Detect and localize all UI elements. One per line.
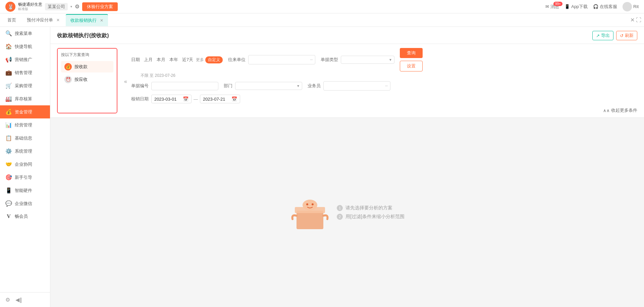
online-service-btn[interactable]: 🎧 在线客服: [593, 4, 617, 10]
date-btn-this-year[interactable]: 本年: [168, 56, 179, 63]
tab-prepayment-label: 预付冲应付单: [27, 17, 53, 23]
sidebar-item-system[interactable]: ⚙️ 系统管理: [0, 145, 50, 158]
filter-area: 按以下方案查询 💰 按收款 ⏰ 按应收 «: [50, 44, 644, 118]
collapse-sidebar-icon[interactable]: ◀‖: [15, 297, 22, 303]
sidebar-item-inventory[interactable]: 🏭 库存核算: [0, 92, 50, 105]
date-range-separator: —: [194, 97, 198, 102]
brand-edition: 标准版: [18, 7, 42, 11]
app-download-icon: 📱: [565, 4, 570, 9]
filter-collapse-toggle[interactable]: «: [124, 48, 127, 113]
user-profile[interactable]: Rit: [623, 2, 639, 11]
purchase-icon: 🛒: [5, 83, 12, 89]
writeoff-end-input[interactable]: 2023-07-21 📅: [200, 95, 240, 103]
doc-type-select[interactable]: ▾: [341, 56, 394, 64]
tab-maximize-icon[interactable]: ⛶: [636, 17, 641, 23]
page-title: 收款核销执行(按收款): [57, 32, 109, 43]
ops-icon: 📊: [5, 122, 12, 128]
main-layout: 🔍 搜索菜单 🏠 快捷导航 📢 营销推广 💼 销售管理 🛒 采购管理 🏭 库存核…: [0, 27, 644, 307]
filter-main: 日期 上月 本月 本年 近7天 更多 自定义 往来单位: [131, 48, 637, 113]
date-btn-this-month[interactable]: 本月: [155, 56, 167, 63]
date-label: 日期: [131, 57, 140, 63]
sidebar-item-smart-hardware[interactable]: 📱 智能硬件: [0, 184, 50, 197]
svg-point-2: [303, 200, 317, 210]
sidebar-item-basic-info[interactable]: 📋 基础信息: [0, 132, 50, 145]
tab-prepayment-close[interactable]: ✕: [56, 18, 60, 22]
page-header: 收款核销执行(按收款) ↗ 导出 ↺ 刷新: [50, 27, 644, 44]
svg-point-4: [312, 203, 314, 205]
settings-icon[interactable]: ⚙: [5, 297, 10, 303]
calendar-start-icon: 📅: [183, 96, 189, 102]
filter-by-receivable[interactable]: ⏰ 按应收: [61, 74, 113, 85]
sidebar-item-marketing[interactable]: 📢 营销推广: [0, 53, 50, 66]
date-custom-tag[interactable]: 自定义: [205, 56, 223, 63]
gear-icon[interactable]: ⚙: [75, 3, 79, 10]
account-name[interactable]: 某某公司: [45, 3, 68, 10]
tab-receivable-writeoff[interactable]: 收款核销执行 ✕: [66, 14, 108, 26]
sidebar-item-inventory-label: 库存核算: [15, 96, 32, 102]
export-icon: ↗: [596, 33, 600, 38]
doc-no-input[interactable]: [151, 82, 218, 90]
sidebar-item-wechat-label: 企业微信: [15, 201, 32, 207]
refresh-button[interactable]: ↺ 刷新: [616, 31, 637, 40]
dept-field: 部门 ▾: [224, 82, 302, 90]
home-icon: 🏠: [5, 43, 12, 50]
tab-receivable-writeoff-close[interactable]: ✕: [100, 18, 103, 23]
sidebar-item-ops[interactable]: 📊 经营管理: [0, 118, 50, 132]
sidebar-item-search-menu[interactable]: 🔍 搜索菜单: [0, 27, 50, 40]
date-unlimited-text: 不限 至 2023-07-26: [131, 73, 637, 79]
counterpart-select[interactable]: ···: [248, 55, 315, 64]
tab-prepayment[interactable]: 预付冲应付单 ✕: [22, 14, 64, 26]
tab-controls: ✕ ⛶: [630, 17, 641, 23]
filter-by-receipt[interactable]: 💰 按收款: [61, 61, 113, 72]
writeoff-start-input[interactable]: 2023-03-01 📅: [151, 95, 192, 103]
filter-settings-button[interactable]: 设置: [400, 61, 423, 71]
dept-select[interactable]: ▾: [235, 82, 302, 90]
sidebar-item-quick-nav[interactable]: 🏠 快捷导航: [0, 40, 50, 53]
tab-close-all-icon[interactable]: ✕: [630, 17, 635, 23]
page-actions: ↗ 导出 ↺ 刷新: [592, 31, 637, 44]
sidebar-item-finance-label: 资金管理: [15, 109, 32, 115]
empty-text: 1 请先选择要分析的方案 2 用[过滤]条件来缩小分析范围: [337, 205, 405, 220]
sidebar-item-newbie-label: 新手引导: [15, 174, 32, 181]
date-shortcuts: 上月 本月 本年 近7天 更多 自定义: [143, 56, 223, 63]
collapse-more-btn[interactable]: ∧∧ 收起更多条件: [131, 107, 637, 113]
collapse-label: 收起更多条件: [611, 107, 637, 113]
counterpart-label: 往来单位: [228, 57, 246, 63]
sidebar-item-wechat-work[interactable]: 💬 企业微信: [0, 197, 50, 210]
sidebar-item-newbie[interactable]: 🎯 新手引导: [0, 171, 50, 184]
doc-type-field: 单据类型 ▾: [321, 56, 394, 64]
sidebar-item-finance[interactable]: 💰 资金管理: [0, 105, 50, 118]
industry-btn[interactable]: 休验行业方案: [82, 2, 118, 11]
content-area: 收款核销执行(按收款) ↗ 导出 ↺ 刷新 按以下方案查询 💰: [50, 27, 644, 307]
sidebar-item-purchase[interactable]: 🛒 采购管理: [0, 79, 50, 92]
sidebar-item-enterprise[interactable]: 🤝 企业协同: [0, 158, 50, 171]
online-service-label: 在线客服: [600, 4, 617, 10]
date-btn-last-month[interactable]: 上月: [143, 56, 154, 63]
filter-row-3: 核销日期 2023-03-01 📅 — 2023-07-21 📅: [131, 95, 637, 103]
doc-type-label: 单据类型: [321, 57, 338, 63]
tab-receivable-writeoff-label: 收款核销执行: [70, 17, 97, 23]
hardware-icon: 📱: [5, 187, 12, 194]
account-dropdown-icon[interactable]: ▾: [70, 5, 72, 8]
query-button[interactable]: 查询: [400, 48, 423, 58]
sidebar-item-enterprise-label: 企业协同: [15, 161, 32, 167]
sidebar-item-membership[interactable]: V 畅会员: [0, 210, 50, 223]
refresh-label: 刷新: [625, 33, 634, 39]
svg-point-3: [306, 203, 308, 205]
counterpart-field: 往来单位 ···: [228, 55, 315, 64]
doc-type-chevron-icon: ▾: [389, 57, 391, 62]
sidebar-item-purchase-label: 采购管理: [15, 83, 32, 89]
salesperson-select[interactable]: ···: [323, 81, 390, 91]
message-btn[interactable]: ✉ 消息 99+: [545, 4, 559, 10]
inventory-icon: 🏭: [5, 96, 12, 102]
tab-home[interactable]: 首页: [3, 14, 21, 26]
tab-home-label: 首页: [7, 17, 16, 23]
filter-sidebar-panel: 按以下方案查询 💰 按收款 ⏰ 按应收: [57, 48, 117, 113]
date-btn-more[interactable]: 更多: [196, 57, 204, 63]
app-download-btn[interactable]: 📱 App下载: [565, 4, 588, 10]
date-btn-7days[interactable]: 近7天: [181, 56, 195, 63]
sidebar-item-sales[interactable]: 💼 销售管理: [0, 66, 50, 79]
sidebar-item-quicknav-label: 快捷导航: [15, 44, 32, 50]
message-badge: 99+: [553, 2, 562, 6]
export-button[interactable]: ↗ 导出: [592, 31, 613, 40]
